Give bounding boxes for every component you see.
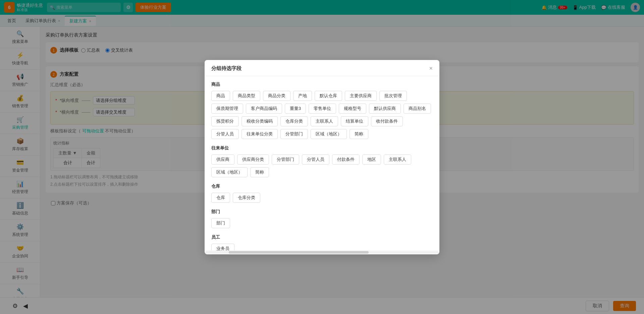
field-section-employee: 员工 业务员	[211, 234, 433, 251]
field-tag-goods-14[interactable]: 拣货积分	[211, 116, 239, 126]
field-tag-partner-8[interactable]: 简称	[250, 167, 269, 177]
section-title-warehouse: 仓库	[211, 183, 433, 189]
field-tag-goods-16[interactable]: 仓库分类	[280, 116, 308, 126]
field-tag-partner-7[interactable]: 区域（地区）	[211, 167, 248, 177]
field-section-warehouse: 仓库 仓库 仓库分类	[211, 183, 433, 203]
field-tag-partner-5[interactable]: 地区	[362, 154, 381, 165]
field-tag-warehouse-0[interactable]: 仓库	[211, 193, 230, 203]
scrollbar-track	[205, 251, 439, 254]
partner-field-tags: 供应商 供应商分类 分管部门 分管人员 付款条件 地区 主联系人 区域（地区） …	[211, 154, 433, 177]
goods-field-tags: 商品 商品类型 商品分类 产地 默认仓库 主要供应商 批次管理 保质期管理 客户…	[211, 91, 433, 139]
field-tag-partner-0[interactable]: 供应商	[211, 154, 234, 165]
modal-horizontal-scrollbar[interactable]	[205, 250, 439, 254]
field-tag-goods-3[interactable]: 产地	[293, 91, 312, 101]
field-section-goods: 商品 商品 商品类型 商品分类 产地 默认仓库 主要供应商 批次管理 保质期管理…	[211, 81, 433, 139]
modal-title: 分组待选字段	[211, 65, 241, 72]
field-tag-goods-10[interactable]: 零售单位	[309, 104, 336, 114]
field-tag-partner-3[interactable]: 分管人员	[302, 154, 329, 165]
field-tag-goods-1[interactable]: 商品类型	[233, 91, 260, 101]
modal-close-button[interactable]: ×	[429, 65, 433, 71]
field-tag-goods-23[interactable]: 区域（地区）	[311, 129, 347, 139]
modal-header: 分组待选字段 ×	[205, 60, 439, 76]
field-tag-goods-0[interactable]: 商品	[211, 91, 230, 101]
field-tag-goods-17[interactable]: 主联系人	[311, 116, 338, 126]
field-tag-goods-21[interactable]: 往来单位分类	[241, 129, 278, 139]
section-title-employee: 员工	[211, 234, 433, 240]
field-tag-partner-4[interactable]: 付款条件	[332, 154, 360, 165]
field-tag-goods-2[interactable]: 商品分类	[263, 91, 290, 101]
field-tag-goods-11[interactable]: 规格型号	[339, 104, 366, 114]
field-tag-goods-24[interactable]: 简称	[350, 129, 368, 139]
section-title-partner: 往来单位	[211, 145, 433, 151]
dept-field-tags: 部门	[211, 218, 433, 228]
field-tag-goods-6[interactable]: 批次管理	[379, 91, 407, 101]
field-tag-partner-1[interactable]: 供应商分类	[237, 154, 269, 165]
field-tag-warehouse-1[interactable]: 仓库分类	[233, 193, 260, 203]
field-section-dept: 部门 部门	[211, 209, 433, 228]
field-tag-goods-15[interactable]: 税收分类编码	[241, 116, 278, 126]
field-tag-goods-19[interactable]: 收付款条件	[371, 116, 403, 126]
scrollbar-thumb	[229, 251, 369, 254]
warehouse-field-tags: 仓库 仓库分类	[211, 193, 433, 203]
section-title-dept: 部门	[211, 209, 433, 215]
field-tag-dept-0[interactable]: 部门	[211, 218, 230, 228]
field-section-partner: 往来单位 供应商 供应商分类 分管部门 分管人员 付款条件 地区 主联系人 区域…	[211, 145, 433, 177]
field-tag-goods-20[interactable]: 分管人员	[211, 129, 239, 139]
employee-field-tags: 业务员	[211, 244, 433, 251]
modal-overlay: 分组待选字段 × 商品 商品 商品类型 商品分类 产地 默认仓库 主要供应商 批…	[0, 0, 644, 314]
field-select-modal: 分组待选字段 × 商品 商品 商品类型 商品分类 产地 默认仓库 主要供应商 批…	[205, 60, 439, 254]
field-tag-goods-9[interactable]: 重量3	[285, 104, 306, 114]
field-tag-goods-8[interactable]: 客户商品编码	[246, 104, 282, 114]
field-tag-partner-2[interactable]: 分管部门	[272, 154, 299, 165]
section-title-goods: 商品	[211, 81, 433, 87]
field-tag-goods-13[interactable]: 商品别名	[404, 104, 431, 114]
field-tag-partner-6[interactable]: 主联系人	[384, 154, 411, 165]
field-tag-goods-12[interactable]: 默认供应商	[369, 104, 401, 114]
field-tag-goods-5[interactable]: 主要供应商	[345, 91, 377, 101]
field-tag-goods-22[interactable]: 分管部门	[280, 129, 308, 139]
field-tag-goods-7[interactable]: 保质期管理	[211, 104, 243, 114]
modal-body: 商品 商品 商品类型 商品分类 产地 默认仓库 主要供应商 批次管理 保质期管理…	[205, 76, 439, 251]
field-tag-goods-18[interactable]: 结算单位	[341, 116, 368, 126]
field-tag-employee-0[interactable]: 业务员	[211, 244, 234, 251]
field-tag-goods-4[interactable]: 默认仓库	[315, 91, 342, 101]
